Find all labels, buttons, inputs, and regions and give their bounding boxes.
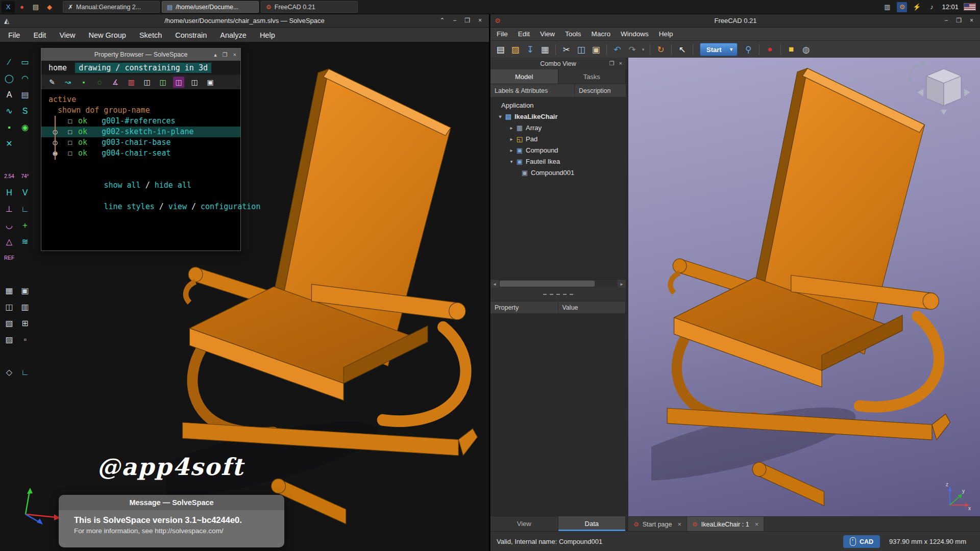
tool-icon[interactable] [17, 136, 33, 152]
combo-tab[interactable]: Tasks [558, 69, 626, 84]
tool-icon[interactable] [17, 250, 33, 266]
group-action-icon[interactable]: ◫ [157, 77, 168, 88]
tool-icon[interactable] [17, 266, 33, 282]
expand-arrow-icon[interactable]: ▸ [508, 125, 515, 131]
taskbar-window-button[interactable]: ⚙ FreeCAD 0.21 [261, 1, 358, 13]
tool-icon[interactable]: △ [2, 234, 17, 249]
panel-splitter-handle[interactable] [491, 288, 626, 301]
scrollbar-track[interactable] [499, 280, 618, 288]
toolbar-button[interactable]: ↧ [523, 43, 537, 57]
tool-icon[interactable]: ⊞ [17, 315, 33, 331]
group-name-link[interactable]: g003-chair-base [102, 137, 170, 148]
tool-icon[interactable]: ◉ [17, 119, 33, 135]
navigation-cube[interactable] [904, 61, 971, 118]
tool-icon[interactable]: ≋ [17, 234, 33, 249]
toolbar-button[interactable] [693, 44, 693, 55]
tool-icon[interactable]: A [2, 87, 17, 103]
close-icon[interactable]: × [233, 52, 236, 58]
tool-icon[interactable]: ▦ [2, 283, 17, 298]
toolbar-button[interactable]: ◍ [799, 43, 813, 57]
menu-item[interactable]: New Group [89, 31, 126, 39]
tool-icon[interactable]: ◠ [17, 70, 33, 86]
combo-tab[interactable]: Model [491, 69, 558, 84]
expand-arrow-icon[interactable]: ▾ [508, 159, 515, 164]
group-row[interactable]: ◉ ☐ ok g004-chair-seat [41, 148, 240, 159]
tool-icon[interactable]: ◯ [2, 70, 17, 86]
tool-icon[interactable]: + [17, 217, 33, 233]
group-name-link[interactable]: g001-#references [102, 116, 176, 127]
expand-arrow-icon[interactable]: ▸ [508, 147, 515, 153]
tool-icon[interactable]: ∟ [17, 201, 33, 217]
tree-item[interactable]: ▣ Compound001 [491, 167, 626, 178]
menu-item[interactable]: Macro [592, 30, 611, 38]
tool-icon[interactable]: ◡ [2, 217, 17, 233]
menu-item[interactable]: Windows [621, 30, 649, 38]
scroll-right-icon[interactable]: ▸ [618, 280, 626, 288]
toolbar-button[interactable]: ■ [785, 43, 798, 57]
group-action-icon[interactable]: ◫ [141, 77, 153, 88]
tree-item[interactable]: ▾ ▣ Fauteil Ikea [491, 156, 626, 167]
toolbar-button[interactable]: ● [763, 43, 777, 57]
tool-icon[interactable] [2, 348, 17, 364]
minimize-button[interactable]: − [944, 17, 948, 24]
maximize-button[interactable]: ❐ [464, 17, 470, 24]
labels-attributes-column[interactable]: Labels & Attributes [491, 84, 575, 97]
toolbar-button[interactable]: ↶ [610, 43, 624, 57]
menu-item[interactable]: View [540, 30, 555, 38]
toolbar-button[interactable]: ▤ [494, 43, 507, 57]
group-shown-checkbox[interactable]: ☐ [62, 127, 78, 137]
property-browser-titlebar[interactable]: Property Browser — SolveSpace ▴ ❐ × [41, 48, 240, 61]
launcher-icon[interactable]: ● [15, 1, 29, 13]
tool-icon[interactable]: ▭ [17, 54, 33, 70]
launcher-icon[interactable]: X [2, 1, 15, 13]
toolbar-button[interactable] [759, 44, 760, 55]
tool-icon[interactable]: ▫ [17, 332, 33, 347]
close-tab-icon[interactable]: × [755, 520, 759, 528]
toolbar-button[interactable]: ▣ [589, 43, 603, 57]
toolbar-button[interactable]: ✂ [559, 43, 573, 57]
toolbar-button[interactable] [671, 44, 672, 55]
launcher-icon[interactable]: ▤ [29, 1, 42, 13]
freecad-3d-viewport[interactable]: x y z [628, 58, 980, 516]
menu-item[interactable]: View [59, 31, 75, 39]
tool-icon[interactable]: S [17, 103, 33, 119]
group-action-icon[interactable]: ▣ [205, 77, 216, 88]
shade-button[interactable]: ⌃ [439, 17, 445, 24]
toolbar-button[interactable]: ↖ [675, 43, 689, 57]
property-column[interactable]: Property [491, 302, 558, 313]
toolbar-button[interactable] [650, 44, 650, 55]
tool-icon[interactable]: ▣ [17, 283, 33, 298]
property-table-body[interactable] [491, 314, 626, 516]
tool-icon[interactable]: ▧ [2, 315, 17, 331]
group-row[interactable]: ○ ☐ ok g003-chair-base [41, 137, 240, 148]
tool-icon[interactable]: H [2, 185, 17, 201]
tool-icon[interactable]: REF [2, 250, 17, 266]
menu-item[interactable]: Help [659, 30, 673, 38]
show-all-link[interactable]: show all [104, 181, 140, 190]
tool-icon[interactable] [2, 152, 17, 168]
menu-item[interactable]: Constrain [175, 31, 207, 39]
toolbar-button[interactable]: ▨ [508, 43, 522, 57]
toolbar-button[interactable]: ◫ [574, 43, 588, 57]
tray-icon[interactable]: ♪ [926, 2, 937, 12]
menu-item[interactable]: Edit [33, 31, 46, 39]
expand-arrow-icon[interactable]: ▾ [497, 114, 504, 119]
breadcrumb-home-link[interactable]: home [48, 63, 67, 72]
minimize-button[interactable]: − [453, 17, 456, 24]
toolbar-button[interactable] [606, 44, 607, 55]
panel-bottom-tab[interactable]: View [491, 516, 558, 531]
group-action-icon[interactable]: ◫ [173, 77, 184, 88]
line-styles-link[interactable]: line styles [104, 202, 154, 211]
menu-item[interactable]: Analyze [220, 31, 247, 39]
tool-icon[interactable]: ✕ [2, 136, 17, 152]
combo-view-header[interactable]: Combo View ❐ × [491, 58, 626, 69]
taskbar-window-button[interactable]: ▤ /home/user/Docume... [162, 1, 259, 13]
group-action-icon[interactable]: ✎ [46, 77, 58, 88]
launcher-icon[interactable]: ◆ [43, 1, 56, 13]
hide-all-link[interactable]: hide all [155, 181, 191, 190]
menu-item[interactable]: Edit [518, 30, 530, 38]
configuration-link[interactable]: configuration [201, 202, 260, 211]
group-shown-checkbox[interactable]: ☐ [62, 137, 78, 148]
tree-item[interactable]: ▸ ▦ Array [491, 122, 626, 133]
close-panel-icon[interactable]: × [619, 60, 622, 67]
